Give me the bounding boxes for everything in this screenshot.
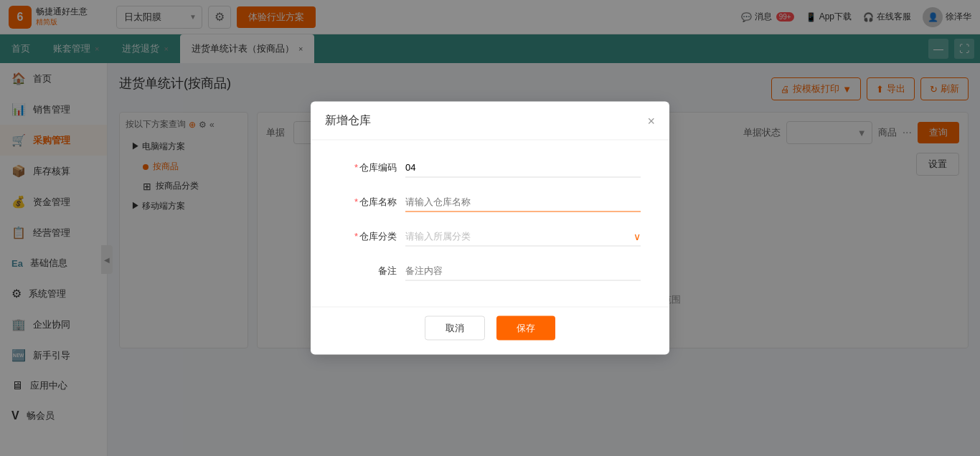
add-warehouse-dialog: 新增仓库 × 仓库编码 仓库名称 仓库分类 请输入所属分类 ∨ 备注 xyxy=(311,102,669,355)
dialog-footer: 取消 保存 xyxy=(311,307,669,355)
warehouse-code-label: 仓库编码 xyxy=(339,161,397,174)
remark-field: 备注 xyxy=(339,261,641,281)
warehouse-name-label: 仓库名称 xyxy=(339,196,397,209)
warehouse-code-input[interactable] xyxy=(405,158,641,178)
warehouse-category-select[interactable]: 请输入所属分类 xyxy=(405,227,641,247)
dialog-body: 仓库编码 仓库名称 仓库分类 请输入所属分类 ∨ 备注 xyxy=(311,141,669,307)
cancel-button[interactable]: 取消 xyxy=(425,316,485,341)
remark-input[interactable] xyxy=(405,261,641,281)
warehouse-code-field: 仓库编码 xyxy=(339,158,641,178)
dialog-title: 新增仓库 xyxy=(325,113,371,128)
warehouse-name-input[interactable] xyxy=(405,192,641,212)
dialog-close-button[interactable]: × xyxy=(647,114,655,127)
warehouse-category-label: 仓库分类 xyxy=(339,230,397,243)
warehouse-category-select-wrap: 请输入所属分类 ∨ xyxy=(405,227,641,247)
remark-label: 备注 xyxy=(339,265,397,277)
save-button[interactable]: 保存 xyxy=(496,316,555,341)
warehouse-name-field: 仓库名称 xyxy=(339,192,641,212)
warehouse-category-field: 仓库分类 请输入所属分类 ∨ xyxy=(339,227,641,247)
dialog-header: 新增仓库 × xyxy=(311,102,669,141)
